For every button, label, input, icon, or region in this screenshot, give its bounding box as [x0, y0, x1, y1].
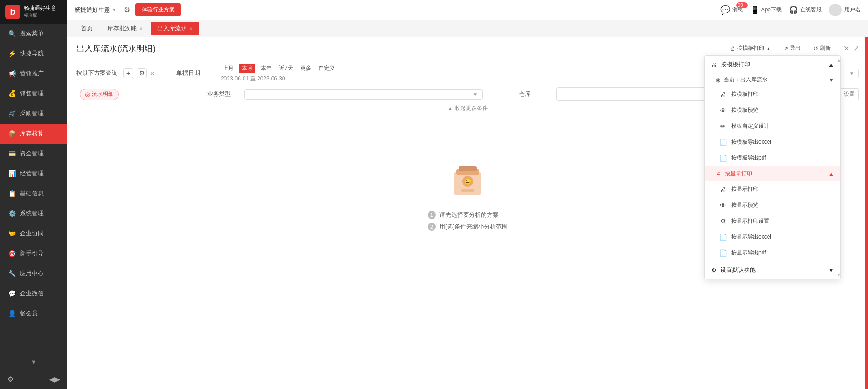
filter-tag-item[interactable]: ◎ 流水明细 — [80, 89, 119, 100]
resize-handle[interactable] — [865, 37, 868, 389]
export-button[interactable]: ↗ 导出 — [780, 43, 804, 54]
sidebar-item-企业协同[interactable]: 🤝 企业协同 — [0, 224, 67, 244]
online-service-button[interactable]: 🎧 在线客服 — [789, 5, 822, 14]
phone-icon: 📱 — [750, 5, 759, 14]
template-design-item[interactable]: ✏ 模板自定义设计 — [705, 118, 840, 134]
filter-settings-button[interactable]: ⚙ — [137, 68, 147, 78]
user-menu[interactable]: 用户名 — [829, 4, 861, 16]
sidebar-item-搜索菜单[interactable]: 🔍 搜索菜单 — [0, 24, 67, 44]
filter-scheme-label: 按以下方案查询 — [76, 69, 118, 77]
maximize-button[interactable]: ⤢ — [853, 44, 859, 53]
nav-icon: 👤 — [7, 309, 16, 318]
sidebar-logo: b 畅捷通好生意 标准版 — [0, 0, 67, 24]
filter-tag-icon: ◎ — [85, 91, 90, 98]
filter-actions: + ⚙ « — [123, 68, 155, 78]
sidebar-item-采购管理[interactable]: 🛒 采购管理 — [0, 104, 67, 124]
nav-label: 经营管理 — [20, 170, 44, 178]
current-icon: ◉ — [716, 77, 720, 83]
nav-label: 企业协同 — [20, 229, 44, 238]
filter-tag-label: 流水明细 — [92, 90, 114, 98]
excel-icon: 📄 — [719, 139, 727, 146]
scroll-down-icon[interactable]: ▼ — [837, 272, 841, 277]
company-name: 畅捷通好生意 — [75, 6, 110, 14]
refresh-button[interactable]: ↺ 刷新 — [810, 43, 834, 54]
sidebar-item-快捷导航[interactable]: ⚡ 快捷导航 — [0, 44, 67, 64]
business-filter-label: 业务类型 — [207, 90, 239, 98]
collapse-filter-button[interactable]: « — [150, 69, 155, 77]
print-template-button[interactable]: 🖨 按模板打印 ▲ — [726, 43, 774, 54]
date-tab-本年[interactable]: 本年 — [259, 64, 274, 73]
tab-出入库流水[interactable]: 出入库流水× — [151, 22, 199, 35]
nav-icon: ⚙️ — [7, 209, 16, 218]
sidebar-scroll-down[interactable]: ▼ — [0, 355, 67, 369]
display-export-pdf-label: 按显示导出pdf — [731, 249, 766, 257]
nav-label: 基础信息 — [20, 190, 44, 198]
template-export-pdf-item[interactable]: 📄 按模板导出pdf — [705, 150, 840, 166]
business-filter-input[interactable]: ▼ — [244, 89, 483, 100]
sidebar-item-畅会员[interactable]: 👤 畅会员 — [0, 304, 67, 324]
template-export-excel-item[interactable]: 📄 按模板导出excel — [705, 134, 840, 150]
nav-icon: 🔧 — [7, 269, 16, 278]
tab-首页[interactable]: 首页 — [75, 22, 99, 35]
print-icon: 🖨 — [730, 45, 735, 52]
sidebar-item-基础信息[interactable]: 📋 基础信息 — [0, 184, 67, 204]
logo-icon: b — [5, 5, 20, 19]
sidebar-item-系统管理[interactable]: ⚙️ 系统管理 — [0, 204, 67, 224]
display-print-settings-item[interactable]: ⚙ 按显示打印设置 — [705, 213, 840, 229]
nav-label: 应用中心 — [20, 269, 44, 278]
display-print-header[interactable]: 🖨 按显示打印 ▲ — [705, 166, 840, 181]
app-subtitle: 标准版 — [24, 12, 56, 19]
collapse-sidebar-icon[interactable]: ◀▶ — [49, 375, 60, 384]
sidebar-item-营销推广[interactable]: 📢 营销推广 — [0, 64, 67, 84]
close-button[interactable]: ✕ — [843, 44, 849, 53]
refresh-label: 刷新 — [820, 45, 831, 52]
topbar-left: 畅捷通好生意 ▼ ⚙ 体验行业方案 — [75, 3, 720, 16]
company-selector[interactable]: 畅捷通好生意 ▼ — [75, 6, 116, 14]
template-print-item[interactable]: 🖨 按模板打印 — [705, 86, 840, 102]
chevron-up-icon: ▲ — [828, 171, 834, 177]
warehouse-filter-label: 仓库 — [519, 90, 551, 98]
business-dropdown-arrow[interactable]: ▼ — [473, 92, 478, 97]
current-template-sub[interactable]: ◉ 当前：出入库流水 ▼ — [705, 73, 840, 86]
nav-label: 畅会员 — [20, 309, 38, 318]
design-icon: ✏ — [719, 123, 727, 130]
display-preview-item[interactable]: 👁 按显示预览 — [705, 197, 840, 213]
date-tabs: 上月本月本年近7天更多自定义 — [221, 64, 337, 73]
date-tab-本月[interactable]: 本月 — [239, 64, 255, 73]
template-print-header[interactable]: 🖨 按模板打印 ▲ — [705, 56, 840, 73]
empty-steps-list: 1 请先选择要分析的方案 2 用[选]条件来缩小分析范围 — [428, 211, 508, 231]
sidebar-item-应用中心[interactable]: 🔧 应用中心 — [0, 264, 67, 284]
default-settings-header[interactable]: ⚙ 设置默认功能 ▼ — [705, 261, 840, 279]
sidebar-item-新手引导[interactable]: 🎯 新手引导 — [0, 244, 67, 264]
date-tab-更多[interactable]: 更多 — [299, 64, 313, 73]
settings-button[interactable]: 设置 — [840, 88, 859, 100]
settings-icon[interactable]: ⚙ — [124, 5, 130, 14]
display-export-excel-item[interactable]: 📄 按显示导出excel — [705, 229, 840, 245]
sidebar-item-库存核算[interactable]: 📦 库存核算 — [0, 124, 67, 144]
template-preview-item[interactable]: 👁 按模板预览 — [705, 102, 840, 118]
sidebar-item-企业微信[interactable]: 💬 企业微信 — [0, 284, 67, 304]
scroll-up-icon[interactable]: ▲ — [837, 58, 841, 63]
page-title: 出入库流水(流水明细) — [76, 43, 155, 54]
date-tab-自定义[interactable]: 自定义 — [317, 64, 337, 73]
sidebar-item-经营管理[interactable]: 📊 经营管理 — [0, 164, 67, 184]
tab-close-button[interactable]: × — [190, 25, 193, 32]
message-button[interactable]: 💬 消息 99+ — [720, 5, 743, 15]
print-template-label: 按模板打印 — [737, 45, 764, 52]
tab-close-button[interactable]: × — [140, 25, 143, 32]
service-label: 在线客服 — [800, 6, 822, 14]
app-download-button[interactable]: 📱 App下载 — [750, 5, 782, 14]
tab-库存批次账[interactable]: 库存批次账× — [101, 22, 149, 35]
print-icon: 🖨 — [719, 91, 727, 98]
sidebar-item-销售管理[interactable]: 💰 销售管理 — [0, 84, 67, 104]
date-tab-近7天[interactable]: 近7天 — [277, 64, 295, 73]
display-print-item[interactable]: 🖨 按显示打印 — [705, 181, 840, 197]
tabbar: 首页库存批次账×出入库流水× — [67, 20, 868, 37]
sidebar: b 畅捷通好生意 标准版 🔍 搜索菜单 ⚡ 快捷导航 📢 营销推广 💰 销售管理… — [0, 0, 67, 389]
trial-button[interactable]: 体验行业方案 — [135, 3, 181, 16]
display-export-pdf-item[interactable]: 📄 按显示导出pdf — [705, 245, 840, 261]
date-tab-上月[interactable]: 上月 — [221, 64, 235, 73]
settings-icon[interactable]: ⚙ — [7, 375, 14, 384]
add-filter-button[interactable]: + — [123, 68, 133, 78]
sidebar-item-资金管理[interactable]: 💳 资金管理 — [0, 144, 67, 164]
